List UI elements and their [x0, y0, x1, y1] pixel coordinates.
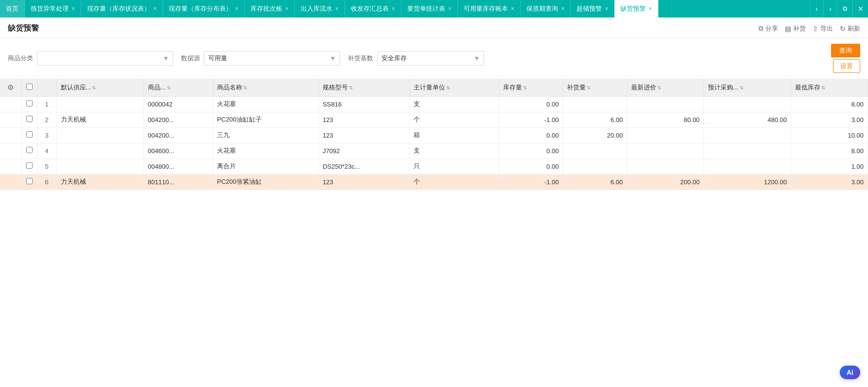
- nav-close[interactable]: ✕: [852, 0, 868, 18]
- row-number: 5: [37, 158, 56, 174]
- row-supplier: 力天机械: [56, 112, 144, 127]
- ai-badge[interactable]: Ai: [840, 366, 860, 379]
- refresh-button[interactable]: ↻ 刷新: [840, 24, 860, 33]
- query-button[interactable]: 查询: [831, 44, 860, 57]
- nav-arrow-left[interactable]: ‹: [810, 0, 823, 18]
- nav-item-label: 收发存汇总表: [351, 4, 389, 13]
- nav-item-in-out-flow[interactable]: 出入库流水×: [295, 0, 345, 18]
- nav-item-defect-proc[interactable]: 拣货异常处理×: [25, 0, 81, 18]
- row-spec: J7092: [319, 143, 410, 158]
- nav-item-available-ledger[interactable]: 可用量库存账本×: [458, 0, 521, 18]
- row-checkbox-cell[interactable]: [21, 112, 37, 127]
- nav-restore[interactable]: ⧉: [837, 0, 852, 18]
- column-product-code[interactable]: 商品...⇅: [144, 79, 213, 96]
- row-checkbox[interactable]: [26, 116, 33, 122]
- sort-icon-name: ⇅: [243, 85, 247, 90]
- column-stock[interactable]: 库存量⇅: [499, 79, 563, 96]
- nav-item-label: 库存批次账: [251, 4, 282, 13]
- nav-close-icon[interactable]: ×: [511, 5, 514, 12]
- data-table: ⚙ 默认供应...⇅ 商品...⇅ 商品名称⇅ 规格型号⇅ 主计量单位⇅ 库存量…: [0, 79, 868, 190]
- nav-item-order-stats[interactable]: 要货单统计表×: [401, 0, 458, 18]
- nav-close-icon[interactable]: ×: [605, 5, 608, 12]
- row-replenish-qty: 20.00: [563, 127, 627, 143]
- column-unit[interactable]: 主计量单位⇅: [410, 79, 499, 96]
- nav-close-icon[interactable]: ×: [235, 5, 238, 12]
- row-min-stock: 8.00: [791, 96, 868, 112]
- column-replenish-qty[interactable]: 补货量⇅: [563, 79, 627, 96]
- row-product-code: 004600...: [144, 143, 213, 158]
- nav-item-overstock-warning[interactable]: 超储预警×: [571, 0, 615, 18]
- row-unit: 箱: [410, 127, 499, 143]
- row-stock: 0.00: [499, 158, 563, 174]
- settings-button[interactable]: 设置: [833, 59, 860, 73]
- row-min-stock: 3.00: [791, 174, 868, 190]
- nav-item-shortage-warning[interactable]: 缺货预警×: [615, 0, 658, 18]
- nav-close-icon[interactable]: ×: [649, 5, 652, 12]
- replenish-base-select[interactable]: 安全库存 ▼: [377, 51, 484, 66]
- nav-item-expiry-query[interactable]: 保质期查询×: [521, 0, 571, 18]
- nav-arrow-right[interactable]: ›: [823, 0, 837, 18]
- replenish-icon: ▤: [785, 25, 791, 33]
- column-min-stock[interactable]: 最低库存⇅: [791, 79, 868, 96]
- row-unit: 个: [410, 112, 499, 127]
- page-header: 缺货预警 ⧉ 分享 ▤ 补货 ⇧ 导出 ↻ 刷新: [0, 18, 868, 38]
- column-checkbox[interactable]: [21, 79, 37, 96]
- row-checkbox-cell[interactable]: [21, 174, 37, 190]
- table-row: 6力天机械801110...PC200张紧油缸123个-1.006.00200.…: [0, 174, 868, 190]
- category-filter-group: 商品分类 ▼: [8, 51, 173, 66]
- filter-actions: 查询 设置: [831, 44, 860, 73]
- nav-item-batch-account[interactable]: 库存批次账×: [245, 0, 295, 18]
- row-checkbox-cell[interactable]: [21, 158, 37, 174]
- row-stock: -1.00: [499, 112, 563, 127]
- row-number: 2: [37, 112, 56, 127]
- nav-item-inventory-status[interactable]: 现存量（库存状况表）×: [81, 0, 163, 18]
- replenish-base-label: 补货基数: [348, 54, 373, 63]
- nav-close-icon[interactable]: ×: [335, 5, 339, 12]
- nav-item-inventory-dist[interactable]: 现存量（库存分布表）×: [163, 0, 245, 18]
- gear-settings-icon[interactable]: ⚙: [7, 83, 14, 91]
- nav-close-icon[interactable]: ×: [561, 5, 564, 12]
- datasource-filter-group: 数据源 可用量 ▼: [181, 51, 340, 66]
- column-spec[interactable]: 规格型号⇅: [319, 79, 410, 96]
- sort-icon-replenish: ⇅: [587, 85, 591, 90]
- row-checkbox[interactable]: [26, 147, 33, 153]
- row-product-name: 火花塞: [213, 96, 319, 112]
- column-latest-price[interactable]: 最新进价⇅: [627, 79, 704, 96]
- row-checkbox[interactable]: [26, 162, 33, 169]
- nav-close-icon[interactable]: ×: [392, 5, 395, 12]
- row-number: 4: [37, 143, 56, 158]
- row-checkbox-cell[interactable]: [21, 127, 37, 143]
- row-stock: 0.00: [499, 143, 563, 158]
- row-number: 1: [37, 96, 56, 112]
- nav-item-label: 现存量（库存分布表）: [169, 4, 232, 13]
- row-spec: 123: [319, 127, 410, 143]
- nav-close-icon[interactable]: ×: [153, 5, 157, 12]
- nav-item-home[interactable]: 首页: [0, 0, 25, 18]
- nav-close-icon[interactable]: ×: [448, 5, 452, 12]
- select-all-checkbox[interactable]: [26, 84, 33, 90]
- export-button[interactable]: ⇧ 导出: [813, 24, 833, 33]
- row-checkbox-cell[interactable]: [21, 96, 37, 112]
- column-default-supplier[interactable]: 默认供应...⇅: [56, 79, 144, 96]
- row-checkbox[interactable]: [26, 100, 33, 106]
- replenish-button[interactable]: ▤ 补货: [785, 24, 806, 33]
- row-checkbox[interactable]: [26, 178, 33, 184]
- row-checkbox[interactable]: [26, 131, 33, 138]
- column-est-purchase[interactable]: 预计采购...⇅: [704, 79, 791, 96]
- row-checkbox-cell[interactable]: [21, 143, 37, 158]
- datasource-select[interactable]: 可用量 ▼: [204, 51, 340, 66]
- nav-item-receive-summary[interactable]: 收发存汇总表×: [345, 0, 401, 18]
- sort-icon-supplier: ⇅: [92, 85, 96, 90]
- category-select[interactable]: ▼: [37, 51, 173, 66]
- share-button[interactable]: ⧉ 分享: [759, 24, 778, 33]
- nav-item-label: 超储预警: [577, 4, 602, 13]
- row-gear-cell: [0, 158, 21, 174]
- row-spec: SS816: [319, 96, 410, 112]
- row-est-purchase: 1200.00: [704, 174, 791, 190]
- datasource-dropdown-arrow: ▼: [330, 55, 336, 62]
- column-gear[interactable]: ⚙: [0, 79, 21, 96]
- nav-close-icon[interactable]: ×: [285, 5, 289, 12]
- nav-close-icon[interactable]: ×: [72, 5, 75, 12]
- row-gear-cell: [0, 174, 21, 190]
- column-product-name[interactable]: 商品名称⇅: [213, 79, 319, 96]
